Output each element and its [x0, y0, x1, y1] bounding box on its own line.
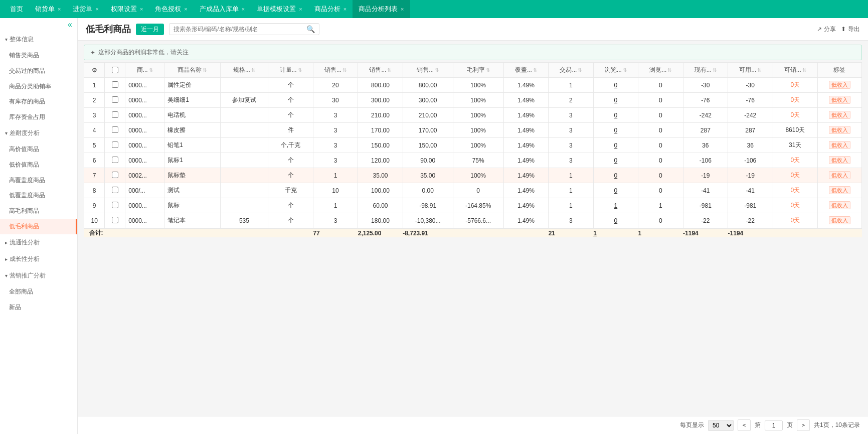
col-available[interactable]: 可用...⇅	[728, 63, 773, 78]
search-icon[interactable]: 🔍	[306, 25, 315, 33]
nav-item-analysis-list[interactable]: 商品分析列表 ×	[353, 0, 410, 18]
sidebar-group-marketing[interactable]: ▾ 营销推广分析	[0, 267, 77, 284]
sidebar-group-overview[interactable]: ▾ 整体信息	[0, 31, 77, 48]
col-current-stock[interactable]: 现有...⇅	[683, 63, 728, 78]
col-sellable[interactable]: 可销...⇅	[773, 63, 817, 78]
row-current-stock: -22	[683, 213, 728, 229]
row-gross-margin: -5766.6...	[453, 213, 503, 229]
table-row: 7 0002... 鼠标垫 个 1 35.00 35.00 100% 1.49%…	[84, 168, 862, 183]
col-coverage[interactable]: 覆盖...⇅	[503, 63, 548, 78]
sidebar-group-growth[interactable]: ▸ 成长性分析	[0, 251, 77, 267]
row-checkbox[interactable]	[105, 198, 125, 213]
nav-item-permissions[interactable]: 权限设置 ×	[105, 0, 149, 18]
row-sellable: 0天	[773, 198, 817, 213]
col-view1[interactable]: 浏览...⇅	[593, 63, 638, 78]
col-view2[interactable]: 浏览...⇅	[638, 63, 683, 78]
col-settings[interactable]: ⚙	[84, 63, 105, 78]
total-current-stock: -1194	[683, 228, 728, 237]
row-tag: 低收入	[817, 78, 861, 93]
sidebar-item-stock-capital[interactable]: 库存资金占用	[0, 109, 77, 125]
col-gross-margin[interactable]: 毛利率⇅	[453, 63, 503, 78]
row-name: 鼠标1	[164, 153, 220, 168]
row-sale-price: 100.00	[358, 183, 403, 198]
close-icon[interactable]: ×	[58, 6, 61, 12]
row-checkbox[interactable]	[105, 78, 125, 93]
col-transaction[interactable]: 交易...⇅	[549, 63, 593, 78]
nav-item-role[interactable]: 角色授权 ×	[149, 0, 193, 18]
col-unit[interactable]: 计量...⇅	[268, 63, 313, 78]
sidebar-item-traded-goods[interactable]: 交易过的商品	[0, 63, 77, 79]
row-checkbox[interactable]	[105, 93, 125, 108]
nav-item-sales[interactable]: 销货单 ×	[29, 0, 67, 18]
row-transaction: 1	[549, 78, 593, 93]
col-checkbox[interactable]	[105, 63, 125, 78]
nav-item-home[interactable]: 首页	[4, 0, 29, 18]
row-code: 0000...	[125, 198, 164, 213]
row-tag: 低收入	[817, 123, 861, 138]
sidebar-item-high-margin[interactable]: 高毛利商品	[0, 203, 77, 219]
close-icon[interactable]: ×	[401, 6, 404, 12]
sidebar-item-new-goods[interactable]: 新品	[0, 300, 77, 315]
sidebar-item-all-goods[interactable]: 全部商品	[0, 284, 77, 300]
page-num-input[interactable]	[765, 420, 783, 430]
nav-item-analysis[interactable]: 商品分析 ×	[308, 0, 353, 18]
row-checkbox[interactable]	[105, 153, 125, 168]
col-name[interactable]: 商品名称⇅	[164, 63, 220, 78]
search-input[interactable]	[173, 26, 304, 33]
col-sale-amount[interactable]: 销售...⇅	[403, 63, 453, 78]
col-spec[interactable]: 规格...⇅	[220, 63, 268, 78]
select-all-checkbox[interactable]	[112, 67, 118, 73]
row-checkbox[interactable]	[105, 138, 125, 153]
row-sale-qty: 30	[313, 93, 358, 108]
row-checkbox[interactable]	[105, 123, 125, 138]
row-no: 3	[84, 108, 105, 123]
nav-item-purchase[interactable]: 进货单 ×	[67, 0, 104, 18]
close-icon[interactable]: ×	[242, 6, 245, 12]
row-view1[interactable]: 0	[593, 108, 638, 123]
row-view1[interactable]: 0	[593, 213, 638, 229]
row-checkbox[interactable]	[105, 108, 125, 123]
row-view1[interactable]: 0	[593, 123, 638, 138]
sidebar-item-category-sales[interactable]: 商品分类助销率	[0, 79, 77, 94]
sidebar-item-stock-goods[interactable]: 有库存的商品	[0, 94, 77, 109]
sidebar-item-low-margin[interactable]: 低毛利商品	[0, 219, 77, 234]
per-page-select[interactable]: 50 100 200	[708, 420, 734, 431]
row-code: 0000...	[125, 78, 164, 93]
sidebar-item-high-coverage[interactable]: 高覆盖度商品	[0, 173, 77, 188]
row-view1[interactable]: 0	[593, 183, 638, 198]
export-btn[interactable]: ⬆ 导出	[841, 25, 860, 34]
date-filter-btn[interactable]: 近一月	[136, 24, 164, 35]
sidebar-item-sales-goods[interactable]: 销售类商品	[0, 48, 77, 63]
row-view1[interactable]: 0	[593, 93, 638, 108]
col-sale-qty[interactable]: 销售...⇅	[313, 63, 358, 78]
nav-item-finished[interactable]: 产成品入库单 ×	[194, 0, 251, 18]
sidebar-item-low-value[interactable]: 低价值商品	[0, 157, 77, 173]
row-view1[interactable]: 0	[593, 78, 638, 93]
close-icon[interactable]: ×	[299, 6, 302, 12]
chevron-down-icon: ▾	[5, 273, 8, 278]
row-view1[interactable]: 0	[593, 168, 638, 183]
sidebar-item-low-coverage[interactable]: 低覆盖度商品	[0, 188, 77, 203]
close-icon[interactable]: ×	[343, 6, 346, 12]
row-view1[interactable]: 0	[593, 153, 638, 168]
row-available: -76	[728, 93, 773, 108]
row-checkbox[interactable]	[105, 168, 125, 183]
sidebar-group-flow[interactable]: ▸ 流通性分析	[0, 234, 77, 251]
prev-page-btn[interactable]: ＜	[738, 419, 751, 431]
col-code[interactable]: 商...⇅	[125, 63, 164, 78]
share-btn[interactable]: ↗ 分享	[817, 25, 836, 34]
col-sale-price[interactable]: 销售...⇅	[358, 63, 403, 78]
row-checkbox[interactable]	[105, 213, 125, 229]
row-no: 8	[84, 183, 105, 198]
row-view1[interactable]: 0	[593, 138, 638, 153]
row-view1[interactable]: 1	[593, 198, 638, 213]
next-page-btn[interactable]: ＞	[797, 419, 810, 431]
nav-item-template[interactable]: 单据模板设置 ×	[251, 0, 308, 18]
row-checkbox[interactable]	[105, 183, 125, 198]
sidebar-group-tolerance[interactable]: ▾ 差耐度分析	[0, 125, 77, 141]
close-icon[interactable]: ×	[184, 6, 187, 12]
sidebar-item-high-value[interactable]: 高价值商品	[0, 141, 77, 157]
sidebar-collapse-btn[interactable]: «	[66, 20, 74, 29]
close-icon[interactable]: ×	[140, 6, 143, 12]
close-icon[interactable]: ×	[95, 6, 98, 12]
